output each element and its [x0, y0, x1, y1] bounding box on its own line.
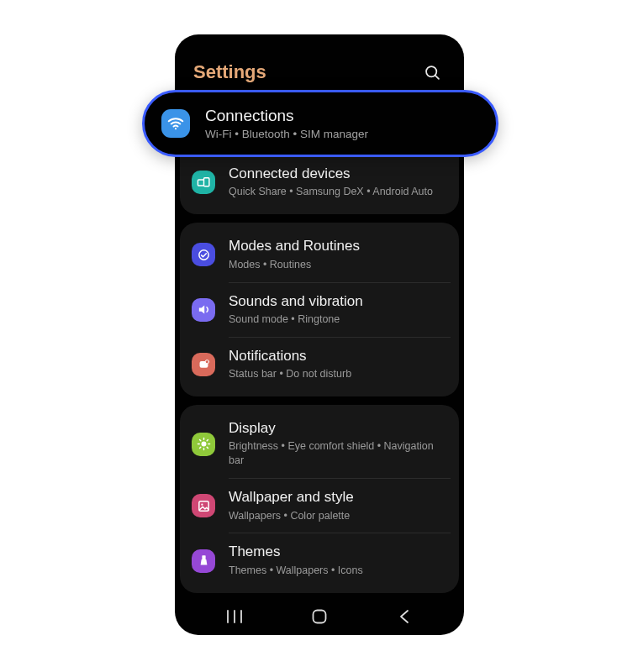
settings-item-title: Sounds and vibration [229, 293, 447, 310]
settings-item-subtitle: Sound mode • Ringtone [229, 312, 447, 327]
settings-item-text: ThemesThemes • Wallpapers • Icons [229, 543, 447, 577]
svg-line-1 [435, 75, 438, 78]
recents-button[interactable] [209, 604, 260, 629]
svg-point-7 [201, 442, 206, 447]
settings-item-subtitle: Brightness • Eye comfort shield • Naviga… [229, 439, 447, 468]
search-icon [424, 64, 441, 81]
settings-item-wallpaper[interactable]: Wallpaper and styleWallpapers • Color pa… [180, 479, 459, 533]
settings-item-text: Modes and RoutinesModes • Routines [229, 238, 447, 271]
settings-group: Modes and RoutinesModes • RoutinesSounds… [180, 223, 459, 396]
sound-icon [192, 298, 215, 322]
settings-content: Connected devicesQuick Share • Samsung D… [175, 98, 464, 598]
settings-item-title: Wallpaper and style [229, 489, 447, 506]
settings-item-subtitle: Quick Share • Samsung DeX • Android Auto [229, 185, 447, 199]
settings-item-title: Themes [229, 543, 447, 560]
settings-item-subtitle: Themes • Wallpapers • Icons [229, 564, 447, 578]
settings-item-modes[interactable]: Modes and RoutinesModes • Routines [180, 228, 459, 281]
settings-item-title: Modes and Routines [229, 238, 447, 255]
connected-devices-icon [192, 171, 215, 194]
system-navbar [175, 598, 464, 635]
settings-item-display[interactable]: DisplayBrightness • Eye comfort shield •… [180, 410, 459, 478]
svg-point-17 [201, 503, 203, 505]
settings-item-text: NotificationsStatus bar • Do not disturb [229, 348, 447, 381]
svg-point-6 [205, 360, 208, 364]
settings-item-subtitle: Status bar • Do not disturb [229, 367, 447, 381]
display-icon [192, 433, 215, 456]
back-button[interactable] [379, 604, 430, 629]
recents-icon [226, 610, 243, 623]
svg-rect-22 [313, 611, 325, 623]
settings-item-notifications[interactable]: NotificationsStatus bar • Do not disturb [180, 338, 459, 391]
settings-header: Settings [175, 34, 464, 98]
settings-item-connected-devices[interactable]: Connected devicesQuick Share • Samsung D… [180, 155, 459, 209]
page-title: Settings [193, 61, 266, 83]
home-icon [312, 609, 327, 624]
svg-line-15 [207, 440, 208, 441]
settings-item-text: Connected devicesQuick Share • Samsung D… [229, 165, 447, 199]
connections-subtitle: Wi-Fi • Bluetooth • SIM manager [205, 128, 368, 140]
settings-item-subtitle: Modes • Routines [229, 258, 447, 272]
svg-rect-18 [202, 555, 205, 559]
svg-line-12 [199, 440, 200, 441]
settings-item-sounds[interactable]: Sounds and vibrationSound mode • Rington… [180, 283, 459, 337]
svg-rect-3 [203, 177, 208, 186]
settings-item-title: Notifications [229, 348, 447, 365]
wifi-icon [161, 109, 190, 138]
notifications-icon [192, 353, 215, 376]
wallpaper-icon [192, 494, 215, 517]
settings-item-title: Display [229, 420, 447, 437]
home-button[interactable] [294, 604, 345, 629]
themes-icon [192, 549, 215, 573]
search-button[interactable] [422, 62, 442, 82]
settings-item-title: Connected devices [229, 165, 447, 182]
modes-icon [192, 243, 215, 266]
svg-line-14 [199, 447, 200, 448]
settings-item-connections[interactable]: Connections Wi-Fi • Bluetooth • SIM mana… [142, 90, 498, 157]
settings-item-subtitle: Wallpapers • Color palette [229, 509, 447, 523]
settings-item-text: Sounds and vibrationSound mode • Rington… [229, 293, 447, 327]
connections-title: Connections [205, 107, 368, 125]
connections-text: Connections Wi-Fi • Bluetooth • SIM mana… [205, 107, 368, 140]
svg-line-13 [207, 447, 208, 448]
settings-group: DisplayBrightness • Eye comfort shield •… [180, 405, 459, 593]
back-icon [398, 609, 410, 624]
svg-point-23 [175, 128, 177, 129]
settings-item-text: Wallpaper and styleWallpapers • Color pa… [229, 489, 447, 522]
settings-item-themes[interactable]: ThemesThemes • Wallpapers • Icons [180, 533, 459, 587]
svg-point-4 [198, 250, 208, 260]
settings-item-text: DisplayBrightness • Eye comfort shield •… [229, 420, 447, 468]
